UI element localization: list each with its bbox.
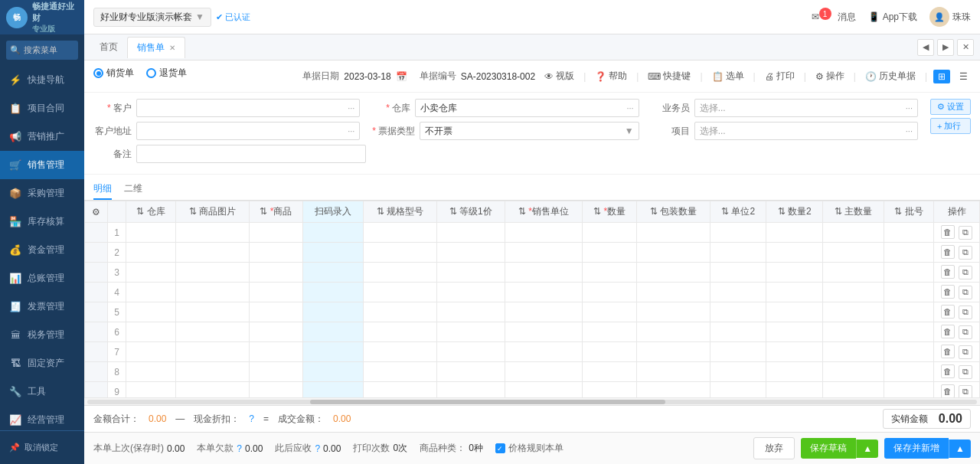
row-unit-1[interactable] bbox=[505, 223, 583, 243]
row-qty2-2[interactable] bbox=[766, 243, 822, 263]
row-pack-qty-9[interactable] bbox=[637, 382, 710, 398]
sidebar-item-sales-mgmt[interactable]: 🛒 销售管理 bbox=[0, 151, 84, 179]
sidebar-item-project-contract[interactable]: 📋 项目合同 bbox=[0, 94, 84, 123]
row-delete-8[interactable]: 🗑 bbox=[941, 364, 955, 378]
row-copy-3[interactable]: ⧉ bbox=[959, 266, 972, 279]
horizontal-scrollbar[interactable] bbox=[84, 397, 980, 405]
address-more-icon[interactable]: ··· bbox=[348, 126, 354, 136]
price-rule-checkbox[interactable]: ✓ 价格规则本单 bbox=[495, 442, 564, 455]
tab-close-all-button[interactable]: ✕ bbox=[957, 39, 974, 56]
sidebar-item-quick-nav[interactable]: ⚡ 快捷导航 bbox=[0, 66, 84, 94]
row-unit-2[interactable] bbox=[505, 243, 583, 263]
row-spec-9[interactable] bbox=[363, 382, 436, 398]
question-icon[interactable]: ? bbox=[249, 413, 254, 424]
row-qty-1[interactable] bbox=[583, 223, 637, 243]
table-row[interactable]: 8 🗑 ⧉ bbox=[85, 362, 980, 382]
messages-button[interactable]: ✉ 1 消息 bbox=[812, 11, 856, 24]
col-settings[interactable]: ⚙ bbox=[85, 201, 108, 223]
row-unit2-9[interactable] bbox=[710, 382, 766, 398]
table-row[interactable]: 5 🗑 ⧉ bbox=[85, 302, 980, 322]
row-qty2-9[interactable] bbox=[766, 382, 822, 398]
sidebar-item-invoice-mgmt[interactable]: 🧾 发票管理 bbox=[0, 292, 84, 321]
row-price1-5[interactable] bbox=[436, 302, 505, 322]
table-row[interactable]: 2 🗑 ⧉ bbox=[85, 243, 980, 263]
row-qty-2[interactable] bbox=[583, 243, 637, 263]
row-qty-5[interactable] bbox=[583, 302, 637, 322]
row-pack-qty-2[interactable] bbox=[637, 243, 710, 263]
row-unit2-1[interactable] bbox=[710, 223, 766, 243]
row-unit-9[interactable] bbox=[505, 382, 583, 398]
row-copy-4[interactable]: ⧉ bbox=[959, 286, 972, 299]
row-main-qty-5[interactable] bbox=[822, 302, 884, 322]
row-spec-5[interactable] bbox=[363, 302, 436, 322]
row-main-qty-1[interactable] bbox=[822, 223, 884, 243]
row-product-1[interactable] bbox=[249, 223, 303, 243]
row-unit-7[interactable] bbox=[505, 342, 583, 362]
row-batch-5[interactable] bbox=[884, 302, 934, 322]
tab-close-button[interactable]: ✕ bbox=[169, 44, 175, 52]
row-warehouse-8[interactable] bbox=[126, 362, 176, 382]
customer-more-icon[interactable]: ··· bbox=[348, 103, 354, 113]
row-pack-qty-8[interactable] bbox=[637, 362, 710, 382]
company-name-button[interactable]: 好业财专业版演示帐套 ▼ bbox=[93, 8, 211, 27]
row-warehouse-7[interactable] bbox=[126, 342, 176, 362]
row-copy-5[interactable]: ⧉ bbox=[959, 306, 972, 319]
select-order-button[interactable]: 📋 选单 bbox=[709, 68, 747, 84]
row-main-qty-4[interactable] bbox=[822, 283, 884, 302]
row-batch-import-5[interactable] bbox=[303, 302, 364, 322]
cancel-fixed-button[interactable]: 📌 取消锁定 bbox=[6, 437, 78, 458]
address-input[interactable]: ··· bbox=[136, 122, 360, 140]
row-batch-6[interactable] bbox=[884, 322, 934, 342]
scrollbar-thumb[interactable] bbox=[310, 400, 666, 404]
row-spec-4[interactable] bbox=[363, 283, 436, 302]
warehouse-more-icon[interactable]: ··· bbox=[626, 103, 633, 113]
col-warehouse[interactable]: ⇅ 仓库 bbox=[126, 201, 176, 223]
row-batch-import-4[interactable] bbox=[303, 283, 364, 302]
row-qty-4[interactable] bbox=[583, 283, 637, 302]
add-row-button[interactable]: + 加行 bbox=[930, 118, 971, 134]
history-button[interactable]: 🕐 历史单据 bbox=[862, 68, 919, 84]
print-button[interactable]: 🖨 打印 bbox=[762, 68, 798, 84]
credit-question[interactable]: ? bbox=[237, 443, 242, 454]
row-qty-7[interactable] bbox=[583, 342, 637, 362]
row-unit2-2[interactable] bbox=[710, 243, 766, 263]
row-batch-1[interactable] bbox=[884, 223, 934, 243]
row-warehouse-2[interactable] bbox=[126, 243, 176, 263]
row-batch-import-1[interactable] bbox=[303, 223, 364, 243]
row-qty-9[interactable] bbox=[583, 382, 637, 398]
row-delete-2[interactable]: 🗑 bbox=[941, 245, 955, 259]
col-product[interactable]: ⇅ *商品 bbox=[249, 201, 303, 223]
row-price1-8[interactable] bbox=[436, 362, 505, 382]
row-unit-4[interactable] bbox=[505, 283, 583, 302]
row-price1-9[interactable] bbox=[436, 382, 505, 398]
receivable-question[interactable]: ? bbox=[315, 443, 320, 454]
row-batch-import-8[interactable] bbox=[303, 362, 364, 382]
sidebar-item-tools[interactable]: 🔧 工具 bbox=[0, 377, 84, 406]
salesperson-more-icon[interactable]: ··· bbox=[906, 103, 913, 113]
row-main-qty-8[interactable] bbox=[822, 362, 884, 382]
row-price1-2[interactable] bbox=[436, 243, 505, 263]
row-main-qty-3[interactable] bbox=[822, 263, 884, 283]
grid-view-button[interactable]: ⊞ bbox=[933, 70, 950, 83]
row-product-5[interactable] bbox=[249, 302, 303, 322]
row-pack-qty-4[interactable] bbox=[637, 283, 710, 302]
row-qty-6[interactable] bbox=[583, 322, 637, 342]
table-row[interactable]: 7 🗑 ⧉ bbox=[85, 342, 980, 362]
shortcut-button[interactable]: ⌨ 快捷键 bbox=[645, 68, 694, 84]
row-price1-1[interactable] bbox=[436, 223, 505, 243]
col-price1[interactable]: ⇅ 等级1价 bbox=[436, 201, 505, 223]
row-batch-7[interactable] bbox=[884, 342, 934, 362]
setup-button[interactable]: ⚙ 设置 bbox=[930, 99, 971, 115]
sidebar-item-purchase-mgmt[interactable]: 📦 采购管理 bbox=[0, 179, 84, 207]
tab-prev-button[interactable]: ◀ bbox=[917, 39, 934, 56]
sidebar-item-finance[interactable]: 💰 资金管理 bbox=[0, 236, 84, 264]
customer-input[interactable]: ··· bbox=[136, 99, 360, 117]
row-qty2-6[interactable] bbox=[766, 322, 822, 342]
row-product-img-7[interactable] bbox=[175, 342, 249, 362]
col-spec[interactable]: ⇅ 规格型号 bbox=[363, 201, 436, 223]
col-unit[interactable]: ⇅ *销售单位 bbox=[505, 201, 583, 223]
row-product-7[interactable] bbox=[249, 342, 303, 362]
row-product-4[interactable] bbox=[249, 283, 303, 302]
row-batch-3[interactable] bbox=[884, 263, 934, 283]
discard-button[interactable]: 放弃 bbox=[753, 437, 795, 459]
